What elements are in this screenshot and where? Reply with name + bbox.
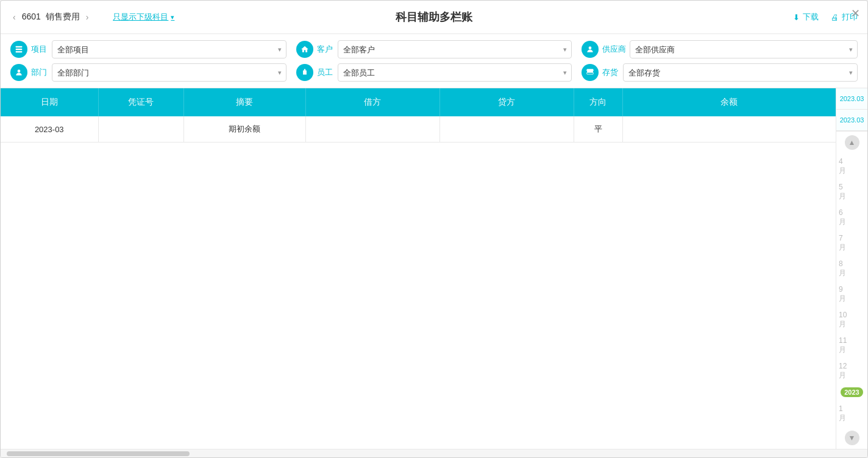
- sidebar-scroll-up-button[interactable]: ▲: [836, 132, 867, 153]
- table-row: 2023-03 期初余额 平: [1, 116, 836, 143]
- cell-balance: [622, 116, 836, 143]
- horizontal-scrollbar[interactable]: [1, 449, 867, 457]
- svg-rect-7: [587, 72, 594, 74]
- customer-filter: 客户 全部客户 ▾: [296, 40, 572, 58]
- svg-rect-0: [16, 46, 23, 48]
- page-title: 科目辅助多栏账: [396, 10, 472, 24]
- cell-debit: [305, 116, 439, 143]
- top-bar: ‹ 6601 销售费用 › 只显示下级科目 ▾ 科目辅助多栏账 ⬇ 下载 🖨 打…: [1, 1, 867, 34]
- year-2023-badge: 2023: [836, 386, 867, 398]
- col-summary: 摘要: [183, 88, 305, 116]
- project-filter: 项目 全部项目 ▾: [10, 40, 286, 58]
- prev-account-button[interactable]: ‹: [10, 11, 18, 23]
- sidebar-scroll-down-button[interactable]: ▼: [836, 427, 867, 449]
- show-sub-level-button[interactable]: 只显示下级科目 ▾: [113, 12, 174, 23]
- project-label: 项目: [31, 44, 48, 55]
- top-actions: ⬇ 下载 🖨 打印: [793, 12, 858, 23]
- month-8-button[interactable]: 8月: [836, 256, 867, 281]
- filter-area: 项目 全部项目 ▾ 客户 全部客户 ▾: [1, 34, 867, 88]
- main-window: ‹ 6601 销售费用 › 只显示下级科目 ▾ 科目辅助多栏账 ⬇ 下载 🖨 打…: [0, 0, 868, 458]
- department-icon: [10, 64, 27, 81]
- inventory-filter: 存货 全部存货 ▾: [582, 63, 858, 82]
- supplier-label: 供应商: [602, 44, 626, 55]
- cell-credit: [439, 116, 574, 143]
- svg-point-4: [18, 69, 21, 72]
- download-icon: ⬇: [793, 13, 800, 22]
- print-icon: 🖨: [831, 13, 839, 22]
- project-select[interactable]: 全部项目: [52, 40, 286, 58]
- sidebar-period-label-1[interactable]: 2023.03: [836, 88, 867, 110]
- employee-label: 员工: [317, 67, 334, 78]
- scroll-down-icon: ▼: [845, 431, 859, 445]
- col-direction: 方向: [574, 88, 622, 116]
- customer-select[interactable]: 全部客户: [338, 40, 572, 58]
- project-select-wrapper: 全部项目 ▾: [52, 40, 286, 58]
- show-sub-arrow-icon: ▾: [171, 13, 174, 21]
- inventory-label: 存货: [602, 67, 619, 78]
- supplier-icon: [582, 41, 599, 58]
- month-1-button[interactable]: 1月: [836, 401, 867, 426]
- col-debit: 借方: [305, 88, 439, 116]
- col-balance: 余额: [622, 88, 836, 116]
- supplier-select-wrapper: 全部供应商 ▾: [630, 40, 858, 58]
- supplier-select[interactable]: 全部供应商: [630, 40, 858, 58]
- employee-filter: 员工 全部员工 ▾: [296, 63, 572, 82]
- close-button[interactable]: ✕: [851, 8, 860, 19]
- department-select[interactable]: 全部部门: [52, 63, 286, 82]
- filter-row-2: 部门 全部部门 ▾ 员工 全部员工 ▾: [10, 63, 858, 82]
- customer-icon: [296, 41, 313, 58]
- month-4-button[interactable]: 4月: [836, 153, 867, 179]
- col-voucher: 凭证号: [98, 88, 183, 116]
- customer-select-wrapper: 全部客户 ▾: [338, 40, 572, 58]
- scroll-up-icon: ▲: [845, 135, 859, 150]
- month-12-button[interactable]: 12月: [836, 358, 867, 384]
- ledger-table: 日期 凭证号 摘要 借方 贷方 方向 余额 2023-03: [1, 88, 836, 143]
- month-11-button[interactable]: 11月: [836, 333, 867, 358]
- department-select-wrapper: 全部部门 ▾: [52, 63, 286, 82]
- download-button[interactable]: ⬇ 下载: [793, 12, 819, 23]
- month-10-button[interactable]: 10月: [836, 307, 867, 333]
- inventory-select-wrapper: 全部存货 ▾: [623, 63, 858, 82]
- month-5-button[interactable]: 5月: [836, 179, 867, 205]
- cell-voucher: [98, 116, 183, 143]
- month-7-button[interactable]: 7月: [836, 230, 867, 256]
- supplier-filter: 供应商 全部供应商 ▾: [582, 40, 858, 58]
- col-credit: 贷方: [439, 88, 574, 116]
- employee-select[interactable]: 全部员工: [338, 63, 572, 82]
- sidebar-period-label-2[interactable]: 2023.03: [836, 110, 867, 131]
- month-6-button[interactable]: 6月: [836, 205, 867, 230]
- account-code: 6601 销售费用: [22, 12, 80, 23]
- right-sidebar: 2023.03 2023.03 ▲ 4月: [836, 88, 867, 449]
- month-9-button[interactable]: 9月: [836, 281, 867, 307]
- svg-rect-5: [303, 71, 307, 75]
- nav-left: ‹ 6601 销售费用 › 只显示下级科目 ▾: [10, 11, 174, 23]
- table-container: 日期 凭证号 摘要 借方 贷方 方向 余额 2023-03: [1, 88, 836, 449]
- department-label: 部门: [31, 67, 48, 78]
- customer-label: 客户: [317, 44, 334, 55]
- inventory-select[interactable]: 全部存货: [623, 63, 858, 82]
- svg-rect-6: [304, 69, 305, 71]
- employee-icon: [296, 64, 313, 81]
- department-filter: 部门 全部部门 ▾: [10, 63, 286, 82]
- timeline-items: 4月 5月 6月 7月: [836, 153, 867, 427]
- cell-summary: 期初余额: [183, 116, 305, 143]
- svg-rect-2: [16, 51, 23, 52]
- employee-select-wrapper: 全部员工 ▾: [338, 63, 572, 82]
- project-icon: [10, 41, 27, 58]
- svg-point-3: [589, 46, 592, 49]
- next-account-button[interactable]: ›: [84, 11, 91, 23]
- filter-row-1: 项目 全部项目 ▾ 客户 全部客户 ▾: [10, 40, 858, 58]
- cell-direction: 平: [574, 116, 622, 143]
- cell-date: 2023-03: [1, 116, 98, 143]
- inventory-icon: [582, 64, 599, 81]
- svg-rect-1: [16, 49, 23, 50]
- scrollbar-thumb[interactable]: [7, 451, 190, 456]
- col-date: 日期: [1, 88, 98, 116]
